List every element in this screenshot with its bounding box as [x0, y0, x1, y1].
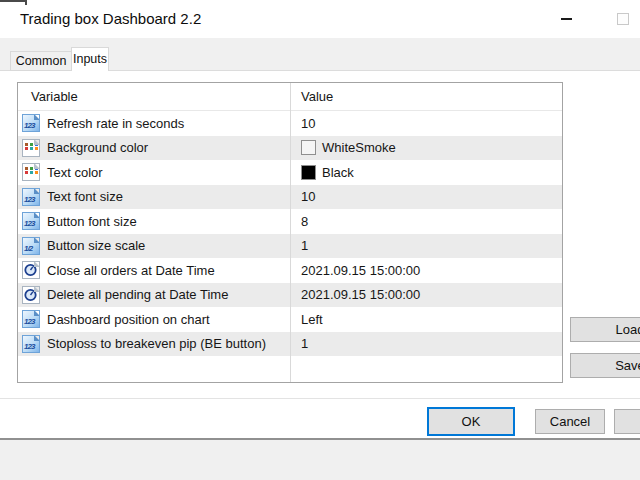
numeric-icon: 123: [22, 188, 40, 206]
variable-cell: Close all orders at Date Time: [18, 261, 290, 279]
datetime-icon: [22, 286, 40, 304]
variable-cell: 123Button font size: [18, 212, 290, 230]
variable-label: Dashboard position on chart: [47, 312, 210, 327]
variable-cell: 123Stoploss to breakeven pip (BE button): [18, 335, 290, 353]
color-icon: [22, 139, 40, 157]
page-fold-corner: [34, 286, 40, 292]
value-text: 2021.09.15 15:00:00: [301, 263, 420, 278]
value-cell[interactable]: Black: [290, 165, 562, 180]
page-fold-corner: [34, 212, 40, 218]
variable-cell: 1/2Button size scale: [18, 237, 290, 255]
settings-dialog: Trading box Dashboard 2.2 Common Inputs …: [0, 0, 640, 440]
variable-cell: Delete all pending at Date Time: [18, 286, 290, 304]
fraction-icon: 1/2: [22, 237, 40, 255]
value-text: 8: [301, 214, 308, 229]
value-text: Left: [301, 312, 323, 327]
column-header-variable: Variable: [18, 89, 290, 104]
value-cell[interactable]: 1: [290, 238, 562, 253]
color-icon: [22, 163, 40, 181]
page-fold-corner: [34, 237, 40, 243]
cancel-button[interactable]: Cancel: [535, 409, 605, 434]
variable-label: Button font size: [47, 214, 137, 229]
value-cell[interactable]: 1: [290, 336, 562, 351]
background-window-edge: [0, 0, 27, 2]
page-fold-corner: [34, 188, 40, 194]
value-cell[interactable]: 8: [290, 214, 562, 229]
value-cell[interactable]: Left: [290, 312, 562, 327]
value-text: 10: [301, 116, 315, 131]
tab-common[interactable]: Common: [10, 51, 72, 71]
numeric-icon: 123: [22, 212, 40, 230]
variable-label: Text color: [47, 165, 103, 180]
variable-label: Text font size: [47, 189, 123, 204]
parameters-table: Variable Value 123Refresh rate in second…: [17, 82, 563, 383]
tab-inputs[interactable]: Inputs: [71, 47, 109, 71]
column-header-value: Value: [290, 89, 562, 104]
numeric-icon: 123: [22, 335, 40, 353]
value-text: 2021.09.15 15:00:00: [301, 287, 420, 302]
page-fold-corner: [34, 261, 40, 267]
variable-label: Button size scale: [47, 238, 145, 253]
desktop-background: [0, 440, 640, 480]
value-cell[interactable]: 10: [290, 116, 562, 131]
page-fold-corner: [34, 114, 40, 120]
tab-page-border-bottom: [0, 398, 640, 399]
datetime-icon: [22, 261, 40, 279]
background-window-edge: [25, 0, 27, 5]
numeric-icon: 123: [22, 310, 40, 328]
color-swatch: [301, 165, 316, 180]
value-cell[interactable]: 2021.09.15 15:00:00: [290, 263, 562, 278]
numeric-icon: 123: [22, 114, 40, 132]
variable-label: Delete all pending at Date Time: [47, 287, 228, 302]
value-text: Black: [322, 165, 354, 180]
value-text: WhiteSmoke: [322, 140, 396, 155]
value-cell[interactable]: 10: [290, 189, 562, 204]
maximize-icon[interactable]: [617, 13, 629, 25]
variable-cell: 123Refresh rate in seconds: [18, 114, 290, 132]
value-cell[interactable]: WhiteSmoke: [290, 140, 562, 155]
variable-cell: Background color: [18, 139, 290, 157]
value-text: 1: [301, 238, 308, 253]
save-button[interactable]: Save: [570, 353, 640, 378]
minimize-icon[interactable]: [561, 18, 572, 20]
clipped-extra-button[interactable]: [614, 409, 640, 434]
ok-button[interactable]: OK: [427, 407, 515, 436]
value-text: 10: [301, 189, 315, 204]
variable-cell: 123Text font size: [18, 188, 290, 206]
page-fold-corner: [34, 310, 40, 316]
variable-label: Refresh rate in seconds: [47, 116, 184, 131]
load-button[interactable]: Load: [570, 317, 640, 342]
variable-label: Close all orders at Date Time: [47, 263, 215, 278]
variable-cell: Text color: [18, 163, 290, 181]
value-text: 1: [301, 336, 308, 351]
window-title: Trading box Dashboard 2.2: [20, 10, 201, 27]
page-fold-corner: [34, 139, 40, 145]
column-divider: [290, 83, 291, 382]
variable-cell: 123Dashboard position on chart: [18, 310, 290, 328]
color-swatch: [301, 140, 316, 155]
value-cell[interactable]: 2021.09.15 15:00:00: [290, 287, 562, 302]
variable-label: Stoploss to breakeven pip (BE button): [47, 336, 266, 351]
page-fold-corner: [34, 163, 40, 169]
page-fold-corner: [34, 335, 40, 341]
variable-label: Background color: [47, 140, 148, 155]
